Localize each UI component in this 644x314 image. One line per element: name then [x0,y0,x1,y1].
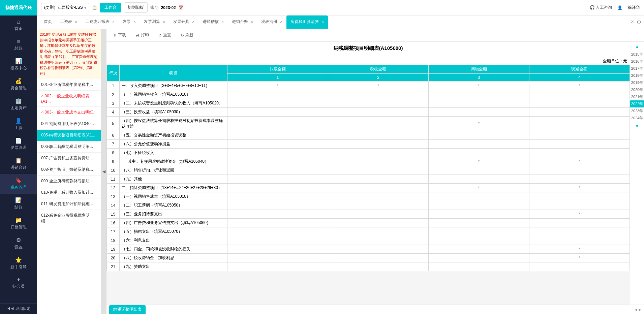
cell-col2[interactable] [328,99,429,108]
close-tab-icon[interactable]: × [631,19,634,25]
cell-xiangmu[interactable]: （一）视同销售成本（填写A105010） [120,192,227,201]
cell-col2[interactable] [328,236,429,245]
tab-purchase-check[interactable]: 进销稽核 × [198,15,228,29]
cell-col4[interactable] [529,201,630,210]
cell-col4[interactable] [529,149,630,157]
cell-col3[interactable] [429,262,529,271]
cell-xiangmu[interactable]: （五）捐赠支出（填写A105070） [120,227,227,236]
close-icon[interactable]: × [251,20,253,24]
cell-xiangmu[interactable]: （三）投资收益（填写A105030） [120,108,227,117]
menu-item-002[interactable]: ○ 002-一般企业收入明细表(A1... [37,91,101,107]
collapse-button[interactable]: ◀ [101,29,106,314]
cell-xiangmu[interactable]: 其中：专项用途财政性资金（填写A105040） [120,157,227,166]
cell-xiangmu[interactable]: （三）业务招待要支出 [120,210,227,219]
cell-col1[interactable] [227,99,328,108]
sidebar-item-ledger[interactable]: ≡ 总账 [0,35,37,55]
cell-col3[interactable] [429,108,529,117]
cell-col4[interactable] [529,262,630,271]
sidebar-item-archive[interactable]: 📁 归档管理 [0,214,37,233]
print-button[interactable]: 🖨 打印 [133,31,152,39]
support-btn[interactable]: 🎧 人工咨询 [590,5,612,10]
tab-invoice[interactable]: 发票 × [119,15,140,29]
reset-button[interactable]: ↺ 重置 [156,31,174,39]
close-icon[interactable]: × [221,20,224,24]
cell-col2[interactable] [328,149,429,157]
sidebar-item-purchase[interactable]: 📋 进销台账 [0,154,37,174]
cell-col3[interactable] [429,192,529,201]
year-button[interactable]: 2020年 [630,86,644,93]
menu-item-008[interactable]: 008-资产折旧、摊销及纳税... [37,164,101,176]
cell-col3[interactable]: * [429,117,529,131]
cell-col2[interactable] [328,262,429,271]
year-button[interactable]: 2021年 [630,93,644,100]
cell-col2[interactable] [328,227,429,236]
cell-col3[interactable] [429,90,529,99]
cell-col2[interactable] [328,219,429,227]
menu-item-012[interactable]: 012-减免企业所得税优惠明细... [37,210,101,227]
cell-col2[interactable] [328,117,429,131]
cell-col3[interactable] [429,227,529,236]
cell-col1[interactable] [227,184,328,192]
cell-col2[interactable] [328,131,429,140]
scroll-up-button[interactable]: ▲ [634,43,640,50]
close-icon[interactable]: × [321,20,324,24]
close-icon[interactable]: × [133,20,136,24]
unpin-button[interactable]: ◀◀ 取消固定 [0,303,37,314]
cell-col1[interactable] [227,149,328,157]
sheet-main[interactable]: 纳税调整项目明细表(A105000) 全额单位：元 行次 项 目 [106,42,630,305]
bottom-tab[interactable]: 纳税调整明细表 [109,305,146,314]
sidebar-item-guide[interactable]: 🌟 新手引导 [0,253,37,273]
close-icon[interactable]: × [75,20,77,24]
tab-income-tax[interactable]: 所得税汇算清缴 × [286,15,328,29]
cell-col4[interactable] [529,108,630,117]
tab-invoice-issue[interactable]: 发票开具 × [169,15,198,29]
cell-xiangmu[interactable]: （九）赞助支出 [120,262,227,271]
workbench-button[interactable]: 工作台 [100,3,121,12]
cell-col3[interactable] [429,131,529,140]
cell-col4[interactable]: * [529,82,630,90]
cell-col1[interactable] [227,201,328,210]
cell-col2[interactable] [328,210,429,219]
cell-col4[interactable] [529,175,630,184]
cell-col2[interactable] [328,175,429,184]
cell-col3[interactable] [429,210,529,219]
cell-col1[interactable] [227,166,328,175]
year-button[interactable]: 2024年 [630,115,644,122]
cell-col1[interactable] [227,262,328,271]
close-icon[interactable]: × [280,20,282,24]
old-version-button[interactable]: 切到旧版 [124,2,148,13]
cell-col1[interactable] [227,236,328,245]
scroll-right-icon[interactable]: ▸ [639,306,641,313]
cell-xiangmu[interactable]: （九）其他 [120,175,227,184]
settings-tab-icon[interactable]: ⚙ [637,19,641,25]
cell-col3[interactable]: * [429,82,529,90]
sidebar-item-close[interactable]: 📝 结账 [0,194,37,214]
cell-col4[interactable] [529,236,630,245]
cell-col4[interactable]: * [529,157,630,166]
cell-col2[interactable] [328,254,429,262]
cell-xiangmu[interactable]: （七）不征税收入 [120,149,227,157]
cell-col2[interactable] [328,140,429,149]
cell-col4[interactable] [529,227,630,236]
cell-col3[interactable] [429,99,529,108]
cell-col4[interactable]: * [529,210,630,219]
cell-col4[interactable]: * [529,254,630,262]
cell-xiangmu[interactable]: （二）职工薪酬（填写A105050） [120,201,227,210]
tab-purchase-ledger[interactable]: 进销台账 × [228,15,257,29]
download-button[interactable]: ⬇ 下载 [111,31,129,39]
year-button[interactable]: 2017年 [630,65,644,72]
cell-col4[interactable] [529,99,630,108]
cell-col3[interactable]: * [429,157,529,166]
cell-col3[interactable] [429,140,529,149]
cell-col1[interactable] [227,245,328,254]
cell-col3[interactable] [429,236,529,245]
cell-col4[interactable] [529,140,630,149]
cell-col2[interactable] [328,157,429,166]
sidebar-item-assets[interactable]: 🏢 固定资产 [0,94,37,114]
menu-item-004[interactable]: 004-期间费用明细表(A1040... [37,118,101,130]
cell-col3[interactable]: * [429,184,529,192]
cell-col2[interactable] [328,201,429,210]
cell-col3[interactable] [429,245,529,254]
cell-xiangmu[interactable]: （八）销售折扣、折让和退回 [120,166,227,175]
close-icon[interactable]: × [163,20,165,24]
